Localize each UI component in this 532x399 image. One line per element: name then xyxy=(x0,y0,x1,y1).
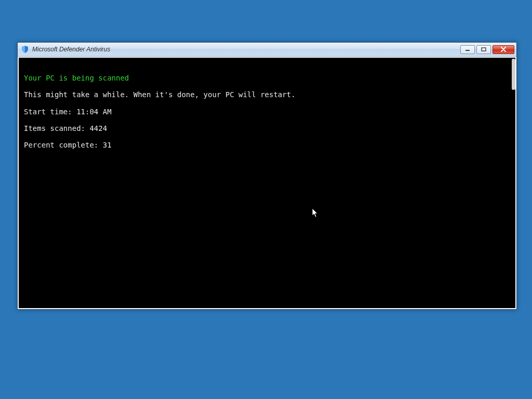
svg-rect-0 xyxy=(466,50,470,51)
items-scanned-line: Items scanned: 4424 xyxy=(24,124,506,133)
console-output: Your PC is being scannedThis might take … xyxy=(19,58,511,308)
percent-complete-line: Percent complete: 31 xyxy=(24,140,506,150)
percent-complete-value: 31 xyxy=(103,141,112,149)
titlebar[interactable]: Microsoft Defender Antivirus xyxy=(18,43,516,57)
percent-complete-label: Percent complete: xyxy=(24,141,103,149)
items-scanned-label: Items scanned: xyxy=(24,124,89,132)
console-frame: Your PC is being scannedThis might take … xyxy=(19,58,515,308)
shield-icon xyxy=(21,45,29,54)
defender-window: Microsoft Defender Antivirus xyxy=(17,42,517,310)
window-controls xyxy=(460,45,515,54)
window-title: Microsoft Defender Antivirus xyxy=(32,46,460,53)
start-time-line: Start time: 11:04 AM xyxy=(24,107,506,116)
client-area: Your PC is being scannedThis might take … xyxy=(18,57,516,309)
scan-note: This might take a while. When it's done,… xyxy=(24,90,506,99)
scan-heading: Your PC is being scanned xyxy=(24,73,506,83)
start-time-value: 11:04 AM xyxy=(76,108,111,116)
svg-rect-1 xyxy=(482,48,486,51)
items-scanned-value: 4424 xyxy=(89,124,107,132)
minimize-button[interactable] xyxy=(460,45,475,54)
scrollbar-thumb[interactable] xyxy=(512,59,515,90)
close-button[interactable] xyxy=(493,45,514,54)
desktop: Microsoft Defender Antivirus xyxy=(0,0,532,399)
start-time-label: Start time: xyxy=(24,108,76,116)
maximize-button[interactable] xyxy=(476,45,491,54)
